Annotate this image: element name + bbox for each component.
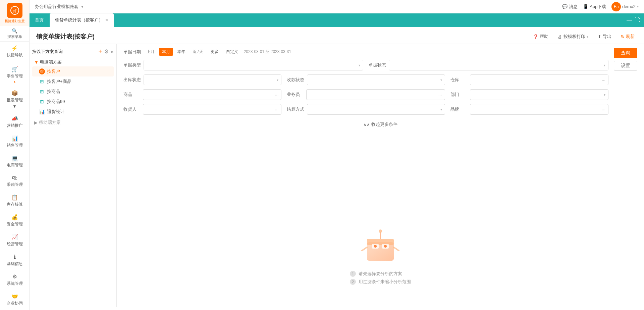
date-btn-lastmonth[interactable]: 上月	[144, 48, 158, 56]
query-button[interactable]: 查询	[614, 48, 637, 58]
sidebar-item-sales[interactable]: 📊 销售管理	[0, 132, 29, 152]
user-menu[interactable]: Ea demo2 ▾	[611, 2, 639, 11]
scheme-group-pc: ▼ 电脑端方案 按 按客户 ⊞ 按客户+商品 ⊞	[32, 58, 114, 117]
scheme-panel-actions: + ⚙ «	[99, 48, 114, 55]
sidebar-item-collab[interactable]: 🤝 企业协同	[0, 290, 29, 310]
header-right: 💬 消息 📱 App下载 Ea demo2 ▾	[562, 2, 639, 11]
page-content: 销货单统计表(按客户) ❓ 帮助 🖨 按模板打印 ▾ ⬆ 导出 ↻ 刷新	[30, 27, 644, 310]
tab-maximize-icon[interactable]: ⛶	[635, 17, 640, 23]
collapse-up-icon: ∧∧	[363, 122, 370, 127]
sidebar-item-system[interactable]: ⚙ 系统管理	[0, 270, 29, 290]
goods-icon: ⊞	[39, 89, 45, 95]
date-btn-thisyear[interactable]: 本年	[174, 48, 189, 56]
svg-point-9	[379, 229, 382, 233]
filter-ship: 出库状态 ▾	[123, 74, 281, 85]
brand-input[interactable]: ···	[470, 104, 608, 115]
content-body: 按以下方案查询 + ⚙ « ▼ 电脑端方案	[30, 44, 644, 307]
sidebar-item-ecommerce[interactable]: 💻 电商管理	[0, 152, 29, 171]
scheme-settings-btn[interactable]: ⚙	[104, 48, 109, 55]
sidebar-item-operations[interactable]: 📈 经营管理	[0, 230, 29, 250]
pay-chevron-icon: ▾	[440, 78, 442, 82]
sidebar-item-quicknav[interactable]: ⚡ 快捷导航	[0, 42, 29, 61]
warehouse-input[interactable]: ···	[470, 74, 608, 85]
sidebar-item-wholesale[interactable]: 📦 批发管理	[0, 87, 29, 112]
breadcrumb-dropdown-icon[interactable]: ▾	[81, 4, 84, 9]
sidebar-item-basic[interactable]: ℹ 基础信息	[0, 250, 29, 270]
receiver-settlement-brand-row: 收货人 ··· 结算方式	[123, 104, 608, 115]
receiver-input[interactable]: ···	[143, 104, 281, 115]
date-btn-custom[interactable]: 自定义	[223, 48, 241, 56]
filter-settlement: 结算方式 ▾	[287, 104, 445, 115]
basic-icon: ℹ	[14, 254, 16, 260]
date-btn-7days[interactable]: 近7天	[190, 48, 206, 56]
date-quick-btns: 上月 本月 本年 近7天 更多 自定义	[144, 48, 241, 56]
sidebar-item-inventory[interactable]: 📋 库存核算	[0, 191, 29, 211]
mobile-group-expand-icon: ▶	[34, 120, 38, 125]
group-expand-icon: ▼	[34, 60, 39, 65]
help-btn[interactable]: ❓ 帮助	[530, 32, 551, 41]
status-input[interactable]: ▾	[389, 60, 608, 70]
type-chevron-icon: ▾	[359, 63, 360, 67]
empty-state: 1 请先选择要分析的方案 2 用过滤条件来缩小分析范围	[117, 204, 644, 307]
collapse-btn[interactable]: ∧∧ 收起更多条件	[123, 119, 637, 130]
sidebar-search[interactable]: 🔍 搜索菜单	[0, 26, 29, 42]
ecommerce-icon: 💻	[11, 155, 18, 161]
tab-minimize-icon[interactable]: —	[627, 17, 632, 23]
message-btn[interactable]: 💬 消息	[562, 4, 578, 10]
settings-button[interactable]: 设置	[614, 61, 637, 71]
filter-brand: 品牌 ···	[450, 104, 608, 115]
date-btn-thismonth[interactable]: 本月	[159, 48, 173, 56]
date-btn-more[interactable]: 更多	[208, 48, 222, 56]
scheme-item-goods[interactable]: ⊞ 按商品	[32, 87, 114, 97]
marketing-icon: 📣	[11, 115, 18, 122]
tab-home[interactable]: 首页	[30, 13, 49, 27]
ship-input[interactable]: ▾	[144, 74, 281, 85]
scheme-item-customer[interactable]: 按 按客户	[32, 66, 114, 76]
sidebar-item-marketing[interactable]: 📣 营销推广	[0, 112, 29, 132]
scheme-item-customer-goods[interactable]: ⊞ 按客户+商品	[32, 76, 114, 87]
scheme-panel: 按以下方案查询 + ⚙ « ▼ 电脑端方案	[30, 44, 117, 307]
scheme-item-returns[interactable]: 📊 退货统计	[32, 107, 114, 117]
salesperson-input[interactable]: ···	[306, 89, 445, 100]
print-btn[interactable]: 🖨 按模板打印 ▾	[555, 32, 591, 41]
header-left: 办公用品行业模拟账套 ▾	[35, 4, 84, 10]
sidebar-item-finance[interactable]: 💰 资金管理	[0, 211, 29, 230]
scheme-item-goods99[interactable]: ⊞ 按商品99	[32, 97, 114, 107]
app-download-btn[interactable]: 📱 App下载	[583, 4, 606, 10]
scheme-group-pc-title[interactable]: ▼ 电脑端方案	[32, 58, 114, 66]
scheme-add-btn[interactable]: +	[99, 48, 102, 55]
filter-panel: 单据日期 上月 本月 本年 近7天 更多 自定义 2023-03-01 至 20…	[117, 44, 644, 204]
date-row: 单据日期 上月 本月 本年 近7天 更多 自定义 2023-03-01 至 20…	[123, 48, 608, 56]
breadcrumb: 办公用品行业模拟账套	[35, 4, 78, 10]
tab-close-icon[interactable]: ✕	[105, 18, 108, 22]
pay-input[interactable]: ▾	[307, 74, 445, 85]
sidebar-item-purchase[interactable]: 🛍 采购管理	[0, 171, 29, 191]
download-icon: 📱	[583, 4, 588, 9]
tab-bar-right: — ⛶	[627, 17, 644, 23]
export-btn[interactable]: ⬆ 导出	[595, 32, 614, 41]
page-actions: ❓ 帮助 🖨 按模板打印 ▾ ⬆ 导出 ↻ 刷新	[530, 32, 637, 41]
returns-icon: 📊	[39, 109, 45, 115]
refresh-btn[interactable]: ↻ 刷新	[618, 32, 637, 41]
customer-icon: 按	[39, 68, 45, 74]
dept-input[interactable]: ▾	[470, 89, 608, 100]
svg-line-10	[362, 247, 367, 251]
settlement-input[interactable]: ▾	[307, 104, 445, 115]
refresh-icon: ↻	[621, 34, 625, 39]
message-icon: 💬	[562, 4, 568, 9]
scheme-collapse-btn[interactable]: «	[111, 49, 114, 55]
tab-sales-stats[interactable]: 销货单统计表（按客户） ✕	[50, 13, 114, 27]
sidebar-item-retail[interactable]: 🛒 零售管理	[0, 63, 29, 87]
page-header: 销货单统计表(按客户) ❓ 帮助 🖨 按模板打印 ▾ ⬆ 导出 ↻ 刷新	[30, 27, 644, 44]
type-input[interactable]: ▾	[144, 60, 363, 70]
filter-type: 单据类型 ▾	[123, 60, 363, 70]
user-chevron-icon: ▾	[637, 5, 639, 8]
sales-icon: 📊	[11, 135, 18, 142]
scheme-group-mobile-title[interactable]: ▶ 移动端方案	[32, 118, 114, 127]
filter-pay: 收款状态 ▾	[287, 74, 445, 85]
filter-goods: 商品 ···	[123, 89, 281, 100]
logo[interactable]: 好 畅捷通好生意	[0, 0, 29, 26]
customer-goods-icon: ⊞	[39, 79, 45, 85]
right-panel: 单据日期 上月 本月 本年 近7天 更多 自定义 2023-03-01 至 20…	[117, 44, 644, 307]
goods-input[interactable]: ···	[143, 89, 281, 100]
